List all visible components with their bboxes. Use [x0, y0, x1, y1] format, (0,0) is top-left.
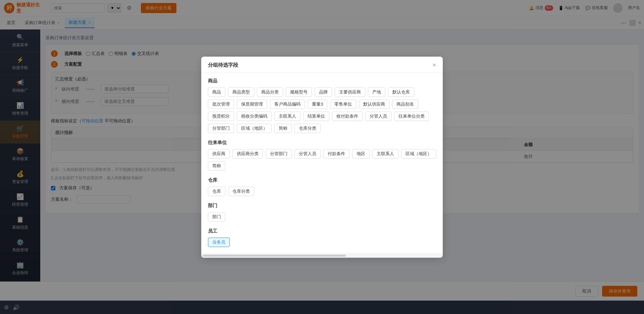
modal: 分组待选字段 × 商品 商品 商品类型 商品分类 规格型号 品牌 主要供应商 产… [201, 57, 443, 258]
section-employee: 员工 业务员 [208, 228, 436, 247]
field-tag-partner-region[interactable]: 区域（地区） [401, 149, 436, 159]
section-department: 部门 部门 [208, 203, 436, 222]
field-tag-spec-model[interactable]: 规格型号 [286, 87, 312, 97]
modal-scroll-bar[interactable] [201, 254, 443, 258]
warehouse-field-tags: 仓库 仓库分类 [208, 187, 436, 196]
field-tag-product[interactable]: 商品 [208, 87, 225, 97]
field-tag-partner-category[interactable]: 往来单位分类 [394, 112, 429, 121]
field-tag-main-supplier[interactable]: 主要供应商 [335, 87, 365, 97]
field-tag-partner-manager[interactable]: 分管人员 [294, 149, 321, 159]
modal-overlay: 分组待选字段 × 商品 商品 商品类型 商品分类 规格型号 品牌 主要供应商 产… [0, 0, 644, 301]
field-tag-warehouse[interactable]: 仓库 [208, 187, 225, 196]
field-tag-manager[interactable]: 分管人员 [365, 112, 391, 121]
field-tag-product-type[interactable]: 商品类型 [228, 87, 254, 97]
field-tag-product-category[interactable]: 商品分类 [257, 87, 283, 97]
field-tag-settlement-unit[interactable]: 结算单位 [303, 112, 329, 121]
partner-field-tags: 供应商 供应商分类 分管部门 分管人员 付款条件 地区 主联系人 区域（地区） … [208, 149, 436, 171]
field-tag-origin[interactable]: 产地 [368, 87, 385, 97]
field-tag-weight[interactable]: 重量3 [308, 100, 327, 109]
modal-body[interactable]: 商品 商品 商品类型 商品分类 规格型号 品牌 主要供应商 产地 默认仓库 批次… [201, 73, 443, 254]
field-tag-short-name[interactable]: 简称 [274, 124, 292, 133]
department-field-tags: 部门 [208, 212, 436, 222]
modal-close-button[interactable]: × [432, 62, 436, 68]
field-tag-warehouse-category[interactable]: 仓库分类 [294, 124, 321, 133]
field-tag-brand[interactable]: 品牌 [315, 87, 332, 97]
field-tag-product-alias[interactable]: 商品别名 [392, 100, 418, 109]
field-tag-pick-score[interactable]: 拣货积分 [208, 112, 234, 121]
section-partner-title: 往来单位 [208, 140, 436, 146]
field-tag-supplier[interactable]: 供应商 [208, 149, 230, 159]
field-tag-partner-short-name[interactable]: 简称 [208, 161, 225, 171]
field-tag-retail-unit[interactable]: 零售单位 [330, 100, 356, 109]
field-tag-region[interactable]: 区域（地区） [237, 124, 272, 133]
field-tag-main-contact[interactable]: 主联系人 [274, 112, 301, 121]
modal-title: 分组待选字段 [208, 62, 238, 68]
section-product-title: 商品 [208, 78, 436, 84]
field-tag-dept[interactable]: 分管部门 [208, 124, 234, 133]
field-tag-warehouse-cat[interactable]: 仓库分类 [228, 187, 254, 196]
field-tag-department[interactable]: 部门 [208, 212, 225, 222]
section-warehouse: 仓库 仓库 仓库分类 [208, 177, 436, 196]
section-department-title: 部门 [208, 203, 436, 209]
field-tag-customer-code[interactable]: 客户商品编码 [270, 100, 305, 109]
modal-header: 分组待选字段 × [201, 57, 443, 73]
field-tag-partner-contact[interactable]: 主联系人 [372, 149, 398, 159]
employee-field-tags: 业务员 [208, 238, 436, 247]
field-tag-salesman[interactable]: 业务员 [208, 238, 230, 247]
section-warehouse-title: 仓库 [208, 177, 436, 183]
section-product: 商品 商品 商品类型 商品分类 规格型号 品牌 主要供应商 产地 默认仓库 批次… [208, 78, 436, 133]
field-tag-payment-terms[interactable]: 收付款条件 [332, 112, 363, 121]
field-tag-payment-condition[interactable]: 付款条件 [323, 149, 350, 159]
field-tag-tax-code[interactable]: 税收分类编码 [237, 112, 272, 121]
field-tag-batch-mgmt[interactable]: 批次管理 [208, 100, 234, 109]
scroll-thumb-horizontal [203, 255, 346, 257]
product-field-tags: 商品 商品类型 商品分类 规格型号 品牌 主要供应商 产地 默认仓库 批次管理 … [208, 87, 436, 133]
field-tag-area[interactable]: 地区 [352, 149, 370, 159]
field-tag-shelf-life[interactable]: 保质期管理 [237, 100, 267, 109]
field-tag-default-supplier[interactable]: 默认供应商 [359, 100, 389, 109]
section-employee-title: 员工 [208, 228, 436, 234]
field-tag-default-warehouse[interactable]: 默认仓库 [388, 87, 414, 97]
field-tag-supplier-category[interactable]: 供应商分类 [232, 149, 263, 159]
field-tag-partner-dept[interactable]: 分管部门 [266, 149, 292, 159]
section-partner: 往来单位 供应商 供应商分类 分管部门 分管人员 付款条件 地区 主联系人 区域… [208, 140, 436, 171]
